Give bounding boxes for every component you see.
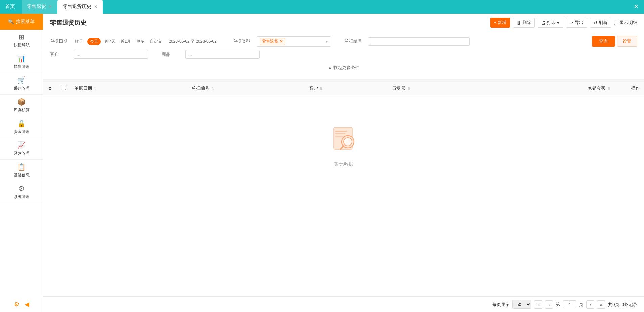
sidebar-item-basic-info[interactable]: 📋 基础信息 xyxy=(0,160,43,181)
tab-retail-return[interactable]: 零售退货 ✕ xyxy=(22,0,57,14)
basic-info-icon: 📋 xyxy=(17,163,26,171)
sidebar-item-system-label: 系统管理 xyxy=(14,194,30,200)
th-customer[interactable]: 客户 ⇅ xyxy=(305,82,389,95)
sidebar-item-inventory-label: 库存核算 xyxy=(14,107,30,113)
th-guide[interactable]: 导购员 ⇅ xyxy=(388,82,489,95)
page-first-button[interactable]: « xyxy=(534,300,542,309)
finance-icon: 🔒 xyxy=(17,119,26,128)
export-button[interactable]: ↗ 导出 xyxy=(566,18,587,28)
th-doc-date[interactable]: 单据日期 ⇅ xyxy=(70,82,188,95)
tab-retail-return-close[interactable]: ✕ xyxy=(49,4,52,9)
doc-number-input[interactable] xyxy=(368,37,470,46)
delete-button[interactable]: 🗑 删除 xyxy=(513,18,535,28)
page-number-input[interactable] xyxy=(563,300,576,308)
date-btn-7days[interactable]: 近7天 xyxy=(103,38,117,45)
collapse-sidebar-icon[interactable]: ◀ xyxy=(25,300,29,308)
doc-date-sort-icon: ⇅ xyxy=(94,87,97,90)
page-prev-button[interactable]: ‹ xyxy=(545,300,553,309)
page-next-button[interactable]: › xyxy=(586,300,594,309)
quick-nav-icon: ⊞ xyxy=(19,33,24,41)
svg-point-7 xyxy=(345,139,347,141)
pagination-bar: 每页显示 50 10 20 100 « ‹ 第 页 › » 共0页, 0条记录 xyxy=(43,296,644,312)
show-detail-checkbox[interactable] xyxy=(614,21,618,25)
sidebar-item-inventory[interactable]: 📦 库存核算 xyxy=(0,95,43,116)
settings-icon[interactable]: ⚙ xyxy=(14,300,19,308)
select-all-checkbox[interactable] xyxy=(62,86,66,90)
toolbar: + 新增 🗑 删除 🖨 打印 ▾ ↗ 导出 ↺ xyxy=(490,18,637,28)
th-checkbox[interactable] xyxy=(57,82,70,95)
show-detail-label: 显示明细 xyxy=(620,20,637,26)
date-btn-1month[interactable]: 近1月 xyxy=(119,38,133,45)
sidebar-item-finance[interactable]: 🔒 资金管理 xyxy=(0,116,43,138)
filter-row-1: 单据日期 昨天 今天 近7天 近1月 更多 自定义 2023-06-02 至 2… xyxy=(50,36,637,47)
refresh-icon: ↺ xyxy=(594,20,597,25)
doc-number-sort-icon: ⇅ xyxy=(211,87,214,90)
goods-input[interactable]: ... xyxy=(185,50,260,59)
collapse-label: 收起更多条件 xyxy=(333,65,360,71)
date-btn-more[interactable]: 更多 xyxy=(135,38,146,45)
page-last-button[interactable]: » xyxy=(597,300,605,309)
page-input-prefix: 第 xyxy=(556,302,560,308)
tab-retail-return-history-label: 零售退货历史 xyxy=(63,4,91,10)
sidebar-search[interactable]: 🔍 搜索菜单 xyxy=(0,14,43,30)
date-btn-custom[interactable]: 自定义 xyxy=(148,38,163,45)
system-icon: ⚙ xyxy=(19,184,25,193)
top-bar: 首页 零售退货 ✕ 零售退货历史 ✕ ✕ xyxy=(0,0,644,14)
window-close-button[interactable]: ✕ xyxy=(634,3,639,10)
type-filter-select[interactable]: 零售退货 ✕ ▾ xyxy=(257,36,331,47)
type-filter-remove[interactable]: ✕ xyxy=(280,39,283,44)
print-button[interactable]: 🖨 打印 ▾ xyxy=(538,18,563,28)
operations-icon: 📈 xyxy=(17,141,26,149)
refresh-button[interactable]: ↺ 刷新 xyxy=(590,18,611,28)
print-label: 打印 xyxy=(547,20,556,26)
print-dropdown-icon: ▾ xyxy=(557,20,559,25)
th-settings[interactable]: ⚙ xyxy=(43,82,57,95)
date-btn-yesterday[interactable]: 昨天 xyxy=(74,38,85,45)
table-header-row: ⚙ 单据日期 ⇅ 单据编号 ⇅ 客户 ⇅ xyxy=(43,82,644,95)
type-select-dropdown-icon: ▾ xyxy=(326,39,328,44)
sidebar-item-quick-nav[interactable]: ⊞ 快捷导航 xyxy=(0,30,43,51)
date-filter-label: 单据日期 xyxy=(50,38,74,44)
sidebar-item-purchase-mgmt-label: 采购管理 xyxy=(14,86,30,91)
sidebar-item-system[interactable]: ⚙ 系统管理 xyxy=(0,181,43,203)
tab-retail-return-history[interactable]: 零售退货历史 ✕ xyxy=(57,0,103,14)
type-filter-tag: 零售退货 ✕ xyxy=(260,38,285,45)
page-size-label: 每页显示 xyxy=(492,302,510,308)
add-button[interactable]: + 新增 xyxy=(490,18,510,28)
sidebar-item-sales-mgmt[interactable]: 📊 销售管理 xyxy=(0,51,43,73)
collapse-button[interactable]: ▲ 收起更多条件 xyxy=(324,63,364,72)
tab-home[interactable]: 首页 xyxy=(0,0,20,14)
date-btn-today[interactable]: 今天 xyxy=(87,38,101,45)
th-doc-number[interactable]: 单据编号 ⇅ xyxy=(188,82,305,95)
page-size-select[interactable]: 50 10 20 100 xyxy=(512,300,531,309)
doc-number-label: 单据编号 xyxy=(344,38,368,44)
purchase-mgmt-icon: 🛒 xyxy=(17,76,26,84)
svg-point-5 xyxy=(344,138,352,146)
page-header: 零售退货历史 + 新增 🗑 删除 🖨 打印 ▾ ↗ 导出 xyxy=(43,14,644,79)
sidebar-item-purchase-mgmt[interactable]: 🛒 采购管理 xyxy=(0,73,43,95)
customer-placeholder: ... xyxy=(77,52,80,57)
refresh-label: 刷新 xyxy=(599,20,607,26)
page-label: 页 xyxy=(579,302,583,308)
page-title-row: 零售退货历史 + 新增 🗑 删除 🖨 打印 ▾ ↗ 导出 xyxy=(50,18,637,28)
content-area: 零售退货历史 + 新增 🗑 删除 🖨 打印 ▾ ↗ 导出 xyxy=(43,14,644,312)
goods-placeholder: ... xyxy=(188,52,192,57)
customer-input[interactable]: ... xyxy=(74,50,148,59)
sidebar-item-finance-label: 资金管理 xyxy=(14,129,30,135)
settings-filter-button[interactable]: 设置 xyxy=(617,36,637,47)
data-table: ⚙ 单据日期 ⇅ 单据编号 ⇅ 客户 ⇅ xyxy=(43,82,644,195)
sidebar-search-label: 搜索菜单 xyxy=(16,19,35,25)
sidebar-item-sales-mgmt-label: 销售管理 xyxy=(14,64,30,70)
sidebar-item-operations[interactable]: 📈 经营管理 xyxy=(0,138,43,160)
svg-rect-1 xyxy=(335,131,347,132)
type-filter-value: 零售退货 xyxy=(262,39,278,44)
show-detail-checkbox-label[interactable]: 显示明细 xyxy=(614,20,637,26)
th-amount[interactable]: 实销金额 ⇅ xyxy=(489,82,617,95)
svg-rect-2 xyxy=(335,133,345,134)
tab-retail-return-history-close[interactable]: ✕ xyxy=(94,4,97,9)
date-range-display: 2023-06-02 至 2023-06-02 xyxy=(169,39,216,44)
inventory-icon: 📦 xyxy=(17,98,26,106)
customer-sort-icon: ⇅ xyxy=(320,87,323,90)
search-button[interactable]: 查询 xyxy=(592,36,615,47)
filter-row-2: 客户 ... 商品 ... xyxy=(50,50,637,59)
